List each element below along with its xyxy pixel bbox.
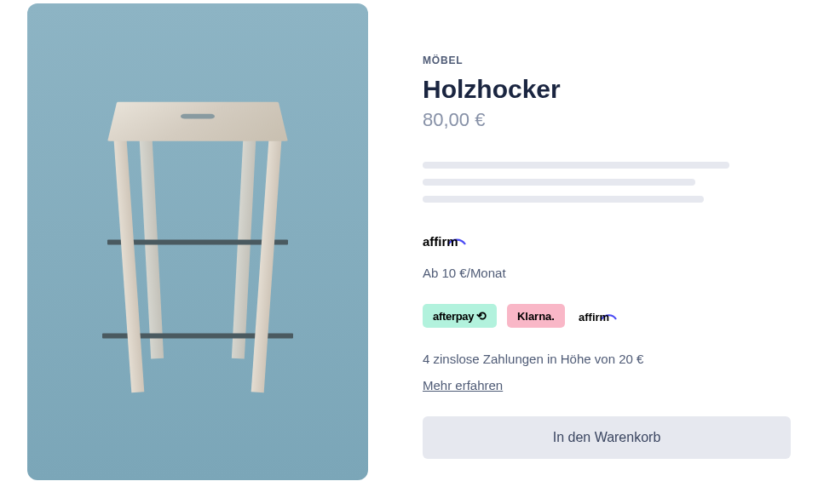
monthly-financing-text: Ab 10 €/Monat xyxy=(423,266,791,280)
description-placeholder xyxy=(423,162,791,203)
learn-more-link[interactable]: Mehr erfahren xyxy=(423,378,503,392)
product-title: Holzhocker xyxy=(423,75,791,104)
afterpay-badge: afterpay⟲ xyxy=(423,304,497,328)
installment-info: 4 zinslose Zahlungen in Höhe von 20 € xyxy=(423,352,791,366)
product-image xyxy=(27,3,368,480)
afterpay-icon: ⟲ xyxy=(476,309,487,323)
affirm-logo: affirm xyxy=(423,230,791,254)
product-price: 80,00 € xyxy=(423,109,791,131)
stool-illustration xyxy=(87,87,308,410)
svg-text:affirm: affirm xyxy=(579,311,609,324)
payment-provider-badges: afterpay⟲ Klarna. affirm xyxy=(423,304,791,328)
add-to-cart-button[interactable]: In den Warenkorb xyxy=(423,416,791,459)
klarna-badge: Klarna. xyxy=(507,304,565,328)
product-category: MÖBEL xyxy=(423,54,791,66)
affirm-badge: affirm xyxy=(579,307,623,324)
svg-text:affirm: affirm xyxy=(423,234,458,249)
